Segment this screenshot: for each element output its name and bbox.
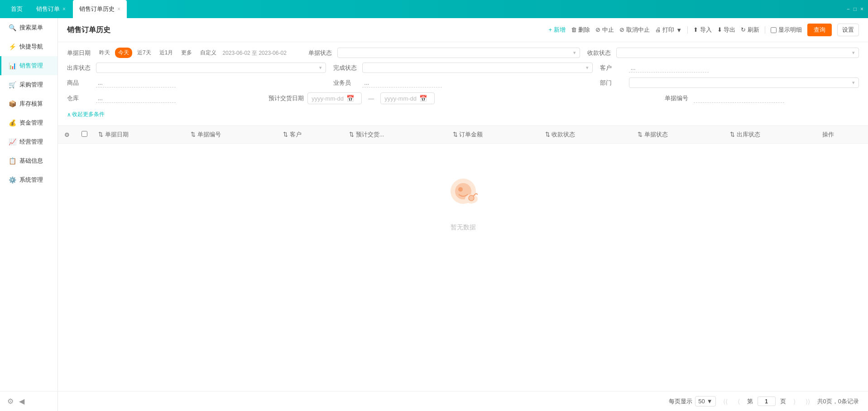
sidebar-label-system: 系统管理 [19,176,43,184]
sidebar-label-quick-nav: 快捷导航 [19,43,43,51]
gear-icon[interactable]: ⚙ [64,131,70,138]
date-quick-自定义[interactable]: 自定义 [197,48,220,58]
date-quick-近1月[interactable]: 近1月 [156,48,177,58]
minimize-button[interactable]: − [847,6,850,12]
toolbar-divider-1 [687,26,688,34]
expected-date-label: 预计交货日期 [269,94,304,102]
tab-sales-order-history[interactable]: 销售订单历史× [73,0,127,18]
tab-home[interactable]: 首页 [5,0,29,18]
warehouse-status-select[interactable]: ▾ [96,63,326,73]
first-page-button[interactable]: ⟨⟨ [720,397,730,406]
sidebar-label-base-info: 基础信息 [19,157,43,165]
doc-status-column-header: ⇅ 单据状态 [632,126,724,144]
doc-no-input[interactable] [694,94,784,103]
sidebar-item-sales-mgmt[interactable]: 📊 销售管理 [0,56,58,75]
sidebar-item-system[interactable]: ⚙️ 系统管理 [0,170,58,189]
sidebar-icon-base-info: 📋 [9,157,16,164]
page-number-input[interactable] [758,396,776,406]
department-select[interactable]: ▾ [629,77,859,88]
filter-goods: 商品 [67,78,326,87]
prev-page-button[interactable]: ⟨ [735,397,743,406]
refresh-button[interactable]: ↻ 刷新 [741,26,759,34]
empty-illustration [441,171,486,216]
stop-button[interactable]: ⊘ 中止 [595,26,614,34]
close-window-button[interactable]: × [860,6,863,12]
receipt-status-select[interactable]: ▾ [616,48,859,58]
operation-column-header: 操作 [817,126,868,144]
warehouse-label: 仓库 [67,94,92,102]
sidebar-label-purchase-mgmt: 采购管理 [19,81,43,89]
date-quick-昨天[interactable]: 昨天 [96,48,113,58]
warehouse-input[interactable] [96,94,176,103]
filter-warehouse: 仓库 [67,94,261,103]
doc-status-select[interactable]: ▾ [337,48,580,58]
complete-status-select[interactable]: ▾ [362,63,592,73]
display-cols-checkbox[interactable] [771,27,777,33]
sidebar-item-base-info[interactable]: 📋 基础信息 [0,151,58,170]
doc-no-label: 单据编号 [665,94,690,102]
sidebar-item-inventory[interactable]: 📦 库存核算 [0,94,58,113]
delete-button[interactable]: 🗑 删除 [571,26,590,34]
print-button[interactable]: 🖨 打印 ▼ [655,26,682,34]
no-col-label: ⇅ 单据编号 [191,131,221,139]
sidebar: 🔍 搜索菜单 ⚡ 快捷导航 📊 销售管理 🛒 采购管理 📦 库存核算 💰 资金管… [0,18,58,411]
filter-complete-status: 完成状态 ▾ [333,63,592,73]
restore-button[interactable]: □ [854,6,857,12]
sidebar-item-search-menu[interactable]: 🔍 搜索菜单 [0,18,58,37]
filter-warehouse-status: 出库状态 ▾ [67,63,326,73]
salesperson-input[interactable] [362,78,442,87]
tab-sales-order[interactable]: 销售订单× [30,0,72,18]
sidebar-item-purchase-mgmt[interactable]: 🛒 采购管理 [0,75,58,94]
warehouse-status-label: 出库状态 [67,64,92,72]
next-page-button[interactable]: ⟩ [791,397,798,406]
filter-row-2: 出库状态 ▾ 完成状态 ▾ 客户 [67,63,859,73]
filter-customer: 客户 [600,63,859,73]
page-container: 销售订单历史 + 新增 🗑 删除 ⊘ 中止 ⊘ 取消中止 🖨 打印 ▼ ⬆ 导入… [58,18,868,411]
complete-status-label: 完成状态 [333,64,359,72]
calendar-icon-end: 📅 [419,95,427,102]
date-quick-更多[interactable]: 更多 [178,48,195,58]
select-all-checkbox[interactable] [82,131,87,137]
date-quick-今天[interactable]: 今天 [115,48,132,58]
customer-input[interactable] [629,63,709,73]
sidebar-icon-inventory: 📦 [9,100,16,107]
query-button[interactable]: 查询 [807,24,832,36]
sidebar-collapse-icon[interactable]: ◀ [19,397,24,406]
tab-close-sales-order-history[interactable]: × [117,6,120,12]
settings-button[interactable]: 设置 [837,24,859,36]
goods-label: 商品 [67,79,92,87]
customer-label: 客户 [600,64,625,72]
tab-close-sales-order[interactable]: × [62,6,66,12]
sidebar-item-finance[interactable]: 💰 资金管理 [0,113,58,132]
receipt-status-chevron: ▾ [852,50,855,56]
department-label: 部门 [600,79,625,87]
table-container: ⚙ ⇅ 单据日期 [58,126,868,391]
display-cols-check[interactable]: 显示明细 [771,26,802,34]
per-page-label: 每页显示 [669,397,692,406]
goods-input[interactable] [96,78,176,87]
import-button[interactable]: ⬆ 导入 [693,26,712,34]
per-page-select[interactable]: 50 ▼ [695,396,715,406]
export-button[interactable]: ⬇ 导出 [717,26,736,34]
window-controls: − □ × [847,6,863,12]
cancel-stop-button[interactable]: ⊘ 取消中止 [619,26,650,34]
toolbar-divider-2 [765,26,765,34]
sidebar-settings-icon[interactable]: ⚙ [7,397,14,406]
sidebar-item-operations[interactable]: 📈 经营管理 [0,132,58,151]
print-label: 🖨 打印 [655,26,675,34]
filter-doc-status: 单据状态 ▾ [308,48,580,58]
expected-date-end[interactable]: yyyy-mm-dd 📅 [380,92,435,104]
last-page-button[interactable]: ⟩⟩ [803,397,813,406]
filter-date: 单据日期 昨天今天近7天近1月更多自定义 2023-06-02 至 2023-0… [67,48,287,58]
collapse-button[interactable]: ∧ 收起更多条件 [67,111,859,118]
sidebar-icon-purchase-mgmt: 🛒 [9,81,16,88]
sidebar-item-quick-nav[interactable]: ⚡ 快捷导航 [0,37,58,56]
add-button[interactable]: + 新增 [549,26,566,34]
expected-date-start[interactable]: yyyy-mm-dd 📅 [307,92,362,104]
filter-doc-no: 单据编号 [665,94,859,103]
total-records: 共0页，0条记录 [817,397,859,406]
doc-status-col-label: ⇅ 单据状态 [638,131,668,139]
receipt-status-column-header: ⇅ 收款状态 [540,126,632,144]
date-quick-近7天[interactable]: 近7天 [134,48,154,58]
collapse-chevron: ∧ [67,111,71,118]
